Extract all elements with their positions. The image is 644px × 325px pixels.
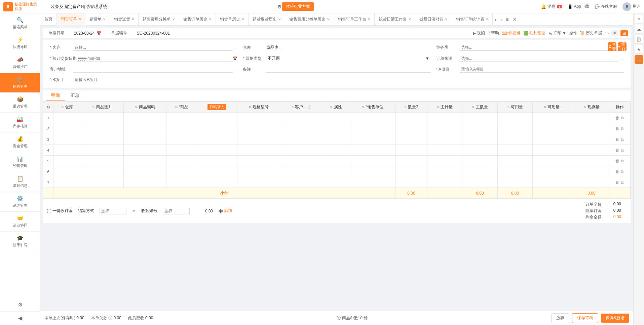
- copy-icon[interactable]: ⧉: [621, 116, 624, 120]
- delete-icon[interactable]: 🗑: [615, 180, 619, 185]
- sub-tab-detail[interactable]: 明细: [46, 90, 65, 101]
- close-icon[interactable]: ✕: [131, 17, 134, 21]
- sidebar-item-basic[interactable]: 📋 基础信息: [0, 172, 40, 192]
- gear-icon[interactable]: ⚙: [277, 4, 282, 9]
- sidebar-item-operations[interactable]: 📊 经营管理: [0, 152, 40, 172]
- industry-btn[interactable]: 体验行业方案: [282, 2, 314, 11]
- col-settings-icon[interactable]: ⚙: [46, 105, 50, 110]
- print-btn[interactable]: 🖨 打印 ▼: [548, 30, 566, 36]
- chevron-down-icon[interactable]: ▼: [132, 209, 136, 213]
- close-icon[interactable]: ✕: [103, 17, 106, 21]
- sidebar-settings-btn[interactable]: ⚙: [0, 298, 40, 312]
- rs-tool-btn[interactable]: 🔧: [635, 55, 643, 64]
- sidebar-item-inventory[interactable]: 🏭 库存核算: [0, 113, 40, 132]
- close-icon[interactable]: ✕: [486, 17, 488, 21]
- close-icon[interactable]: ✕: [445, 17, 448, 21]
- save-draft-button[interactable]: 保存草稿: [572, 313, 598, 323]
- receipt-expand-icon[interactable]: …: [195, 209, 200, 213]
- prev-arrow-icon[interactable]: ‹: [605, 31, 606, 36]
- calendar-icon[interactable]: 📅: [233, 56, 237, 61]
- sidebar-item-search[interactable]: 🔍 搜索菜单: [0, 13, 40, 33]
- discard-button[interactable]: 放弃: [551, 313, 569, 323]
- rs-cloud-btn[interactable]: ☁: [635, 25, 643, 34]
- form-material-btn[interactable]: + 物料: [618, 42, 627, 51]
- sidebar-item-marketing[interactable]: 📣 营销推广: [0, 53, 40, 73]
- tab-sales-expense[interactable]: 销售费用分摊单 ✕: [139, 13, 179, 26]
- delivery-date-input[interactable]: [77, 55, 233, 62]
- tab-order-workbench[interactable]: 销售订单工作台 ✕: [334, 13, 375, 26]
- shortcut-btn[interactable]: ⌨ 快捷键: [502, 30, 521, 36]
- tab-menu-btn[interactable]: ≡: [504, 13, 510, 26]
- salesperson-input[interactable]: [460, 44, 619, 51]
- settings-mode-btn[interactable]: ≡: [611, 30, 618, 36]
- delete-icon[interactable]: 🗑: [615, 148, 619, 153]
- sidebar-item-sales[interactable]: 🛒 销售管理: [0, 73, 40, 93]
- rs-list-btn[interactable]: ≡: [635, 15, 643, 24]
- tab-prev-btn[interactable]: ‹: [493, 13, 498, 26]
- sub-tab-summary[interactable]: 汇总: [65, 90, 85, 101]
- delete-icon[interactable]: 🗑: [615, 169, 619, 174]
- close-icon[interactable]: ✕: [278, 17, 281, 21]
- customer-input[interactable]: [73, 44, 233, 51]
- list-view-btn[interactable]: ⊞: [620, 30, 628, 36]
- close-icon[interactable]: ✕: [408, 17, 411, 21]
- sidebar-collapse-btn[interactable]: ◀: [0, 312, 40, 325]
- tab-next-btn[interactable]: ›: [498, 13, 504, 26]
- tab-return-history[interactable]: 销货退货历史 ✕: [249, 13, 285, 26]
- tab-order-history[interactable]: 销售订单历史 ✕: [179, 13, 216, 26]
- order-source-input[interactable]: [460, 55, 619, 62]
- tab-invoice-history[interactable]: 销货单历史 ✕: [216, 13, 249, 26]
- online-service-btn[interactable]: 💬 在线客服: [595, 4, 617, 9]
- delete-icon[interactable]: 🗑: [615, 137, 619, 142]
- copy-icon[interactable]: ⧉: [621, 137, 624, 142]
- close-icon[interactable]: ✕: [368, 17, 370, 21]
- tab-sales-invoice[interactable]: 销货单 ✕: [85, 13, 110, 26]
- sidebar-item-collab[interactable]: 🤝 企业协同: [0, 212, 40, 232]
- customer-expand-icon[interactable]: …: [233, 46, 237, 49]
- close-icon[interactable]: ✕: [209, 17, 212, 21]
- copy-icon[interactable]: ⧉: [621, 169, 624, 174]
- tab-order-stats[interactable]: 销售订单统计表 ✕: [452, 13, 493, 26]
- col-settings[interactable]: ⚙: [43, 102, 53, 113]
- copy-icon[interactable]: ⧉: [621, 126, 624, 131]
- sidebar-item-finance[interactable]: 💰 资金管理: [0, 132, 40, 152]
- close-icon[interactable]: ✕: [327, 17, 330, 21]
- address-expand-icon[interactable]: …: [233, 68, 237, 71]
- copy-icon[interactable]: ⧉: [621, 148, 624, 153]
- b-project-input[interactable]: [73, 77, 174, 83]
- add-btn[interactable]: ➕ 添加: [218, 208, 232, 214]
- tab-sales-return[interactable]: 销货退货 ✕: [110, 13, 139, 26]
- ticket-type-select[interactable]: 不开票 ▼: [266, 55, 430, 62]
- delete-icon[interactable]: 🗑: [615, 126, 619, 131]
- close-icon[interactable]: ✕: [172, 17, 175, 21]
- user-btn[interactable]: 👤 用户: [622, 2, 641, 11]
- app-download-btn[interactable]: 📱 App下载: [568, 4, 589, 9]
- profit-btn[interactable]: 💹 毛利预览: [523, 30, 545, 36]
- sidebar-item-guide[interactable]: 🎓 新手引导: [0, 232, 40, 251]
- save-new-button[interactable]: 保存&新增: [601, 314, 629, 323]
- help-btn[interactable]: ? 帮助: [488, 30, 499, 36]
- remark-input[interactable]: [266, 66, 430, 73]
- operate-btn[interactable]: 操作: [569, 30, 577, 36]
- history-btn[interactable]: 📜 历史单据: [580, 30, 602, 36]
- tab-close-all-btn[interactable]: ✕: [511, 13, 519, 26]
- next-arrow-icon[interactable]: ›: [607, 31, 609, 36]
- copy-icon[interactable]: ⧉: [621, 159, 624, 163]
- tab-daily-clear-workbench[interactable]: 钱货日清工作台 ✕: [375, 13, 415, 26]
- customer-address-input[interactable]: [73, 66, 233, 73]
- quick-checkout-checkbox[interactable]: [47, 209, 51, 213]
- tab-expense-history[interactable]: 销售费用分摊单历史 ✕: [285, 13, 334, 26]
- warehouse-expand-icon[interactable]: …: [278, 46, 283, 49]
- delete-icon[interactable]: 🗑: [615, 116, 619, 120]
- notice-btn[interactable]: 🔔 消息 9: [541, 4, 562, 9]
- tab-home[interactable]: 首页: [40, 13, 57, 26]
- close-icon[interactable]: ✕: [78, 17, 81, 21]
- a-project-input[interactable]: [460, 66, 624, 73]
- close-icon[interactable]: ✕: [241, 17, 244, 21]
- delete-icon[interactable]: 🗑: [615, 159, 619, 163]
- tab-sales-order[interactable]: 销售订单 ✕: [57, 13, 85, 26]
- view-btn[interactable]: ▶ 视频: [473, 30, 485, 36]
- order-source-expand-icon[interactable]: …: [619, 57, 624, 60]
- sidebar-item-nav[interactable]: ⚡ 快捷导航: [0, 33, 40, 53]
- sidebar-item-system[interactable]: ⚙️ 系统管理: [0, 192, 40, 212]
